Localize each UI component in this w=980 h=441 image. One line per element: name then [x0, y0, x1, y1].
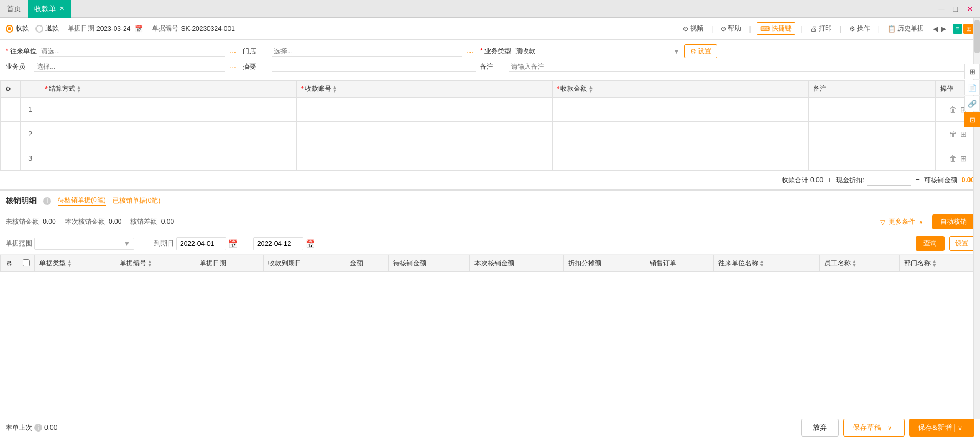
sort-settlement[interactable]: ▲▼ — [76, 85, 81, 93]
counterpart-input[interactable] — [39, 46, 225, 57]
sidebar-table-icon[interactable]: ⊞ — [964, 64, 980, 79]
save-arrow[interactable]: ∨ — [954, 424, 966, 432]
save-label: 保存&新增 — [918, 423, 952, 433]
range-label: 单据范围 — [6, 239, 32, 248]
video-btn[interactable]: ⊙ 视频 — [681, 23, 706, 34]
gear-icon: ⚙ — [690, 48, 696, 55]
due-date-label: 到期日 — [154, 239, 174, 248]
td-remark-3[interactable] — [808, 146, 935, 171]
split-view-btn[interactable]: ⊞ — [963, 24, 974, 34]
select-all-checkbox[interactable] — [23, 259, 30, 266]
date-to-input[interactable] — [253, 237, 303, 250]
close-btn[interactable]: ✕ — [964, 3, 976, 14]
copy-row-2[interactable]: ⊞ — [960, 130, 967, 139]
radio-receive[interactable]: 收款 — [6, 24, 29, 33]
maximize-btn[interactable]: □ — [951, 3, 960, 14]
query-btn[interactable]: 查询 — [916, 236, 945, 251]
tab-close-icon[interactable]: ✕ — [59, 5, 64, 12]
store-input[interactable] — [272, 46, 462, 57]
nav-next[interactable]: ▶ — [940, 24, 947, 34]
td-remark-1[interactable] — [808, 98, 935, 122]
discount-input[interactable] — [867, 175, 911, 186]
draft-btn[interactable]: 保存草稿 ∨ — [843, 419, 905, 437]
biz-type-dropdown[interactable]: ▼ — [673, 48, 680, 55]
td-amount-1[interactable] — [552, 98, 808, 122]
td-amount-3[interactable] — [552, 146, 808, 171]
discard-btn[interactable]: 放弃 — [801, 419, 839, 437]
nav-prev[interactable]: ◀ — [932, 24, 939, 34]
info-icon[interactable]: i — [43, 197, 51, 205]
sidebar-doc-icon[interactable]: 📄 — [964, 80, 980, 95]
bth-checkbox — [18, 255, 35, 272]
sort-dept[interactable]: ▲▼ — [932, 260, 937, 267]
staff-input[interactable] — [34, 61, 225, 72]
td-remark-2[interactable] — [808, 122, 935, 146]
sidebar-scan-icon[interactable]: ⊡ — [964, 112, 980, 127]
more-conditions-btn[interactable]: ▽ 更多条件 ∧ — [880, 217, 923, 227]
cal-from-icon[interactable]: 📅 — [228, 239, 238, 248]
radio-refund[interactable]: 退款 — [35, 24, 59, 33]
bth-dept: 部门名称▲▼ — [900, 255, 980, 272]
minimize-btn[interactable]: ─ — [937, 3, 947, 14]
tab-receipt[interactable]: 收款单 ✕ — [28, 0, 71, 18]
sort-staff[interactable]: ▲▼ — [852, 260, 857, 267]
td-account-2[interactable] — [296, 122, 552, 146]
sort-doctype[interactable]: ▲▼ — [67, 260, 72, 267]
sort-amount[interactable]: ▲▼ — [588, 85, 593, 93]
settings-button[interactable]: ⚙ 设置 — [684, 44, 717, 58]
td-settlement-3[interactable] — [40, 146, 297, 171]
auto-reconcile-btn[interactable]: 自动核销 — [932, 214, 974, 229]
calendar-icon[interactable]: 📅 — [135, 25, 143, 33]
delete-row-2[interactable]: 🗑 — [949, 130, 957, 139]
operate-btn[interactable]: ⚙ 操作 — [847, 23, 872, 34]
th-settings[interactable]: ⚙ — [1, 81, 21, 98]
td-settlement-2[interactable] — [40, 122, 297, 146]
scrollbar-thumb[interactable] — [974, 20, 980, 53]
staff-more-btn[interactable]: ··· — [227, 63, 238, 71]
td-settlement-1[interactable] — [40, 98, 297, 122]
range-select[interactable]: ▼ — [34, 238, 134, 250]
cal-to-icon[interactable]: 📅 — [305, 239, 315, 248]
range-field: 单据范围 ▼ — [6, 238, 134, 250]
remark-input[interactable] — [509, 61, 974, 72]
draft-arrow[interactable]: ∨ — [884, 424, 895, 432]
filter-actions: 查询 设置 — [916, 236, 974, 251]
shortcut-btn[interactable]: ⌨ 快捷键 — [757, 22, 795, 35]
td-account-1[interactable] — [296, 98, 552, 122]
save-btn[interactable]: 保存&新增 ∨ — [909, 419, 974, 437]
tab-home[interactable]: 首页 — [0, 0, 28, 18]
date-from-input[interactable] — [176, 237, 226, 250]
net-value: 0.00 — [962, 176, 974, 184]
bth-settings[interactable]: ⚙ — [1, 255, 18, 272]
pending-tab[interactable]: 待核销单据(0笔) — [58, 196, 106, 206]
delete-row-3[interactable]: 🗑 — [949, 154, 957, 163]
store-label: 门店 — [243, 47, 269, 56]
prev-info-icon[interactable]: i — [34, 424, 42, 432]
counterpart-label: 往来单位 — [6, 47, 37, 56]
date-field: 单据日期 2023-03-24 📅 — [68, 24, 143, 33]
summary-input[interactable] — [272, 61, 476, 72]
section-header: 核销明细 i 待核销单据(0笔) 已核销单据(0笔) — [0, 191, 980, 211]
delete-row-1[interactable]: 🗑 — [949, 105, 957, 114]
current-value: 0.00 — [109, 218, 121, 225]
reconcile-table: ⚙ 单据类型▲▼ 单据编号▲▼ 单据日期 — [0, 255, 980, 272]
sort-docno[interactable]: ▲▼ — [147, 260, 152, 267]
help-btn[interactable]: ⊙ 帮助 — [718, 23, 743, 34]
filter-settings-btn[interactable]: 设置 — [949, 236, 974, 251]
copy-row-3[interactable]: ⊞ — [960, 154, 967, 163]
completed-tab[interactable]: 已核销单据(0笔) — [113, 196, 161, 206]
list-view-btn[interactable]: ≡ — [953, 24, 962, 34]
sort-account[interactable]: ▲▼ — [333, 85, 338, 93]
history-btn[interactable]: 📋 历史单据 — [885, 23, 926, 34]
sort-counterpart[interactable]: ▲▼ — [759, 260, 764, 267]
sidebar-link-icon[interactable]: 🔗 — [964, 96, 980, 111]
td-amount-2[interactable] — [552, 122, 808, 146]
td-account-3[interactable] — [296, 146, 552, 171]
bth-docno: 单据编号▲▼ — [115, 255, 195, 272]
draft-label: 保存草稿 — [853, 423, 881, 433]
store-more-btn[interactable]: ··· — [465, 47, 476, 56]
bth-discount: 折扣分摊额 — [564, 255, 645, 272]
counterpart-more-btn[interactable]: ··· — [227, 47, 238, 56]
date-value[interactable]: 2023-03-24 — [96, 25, 130, 33]
print-btn[interactable]: 🖨 打印 — [808, 23, 834, 34]
